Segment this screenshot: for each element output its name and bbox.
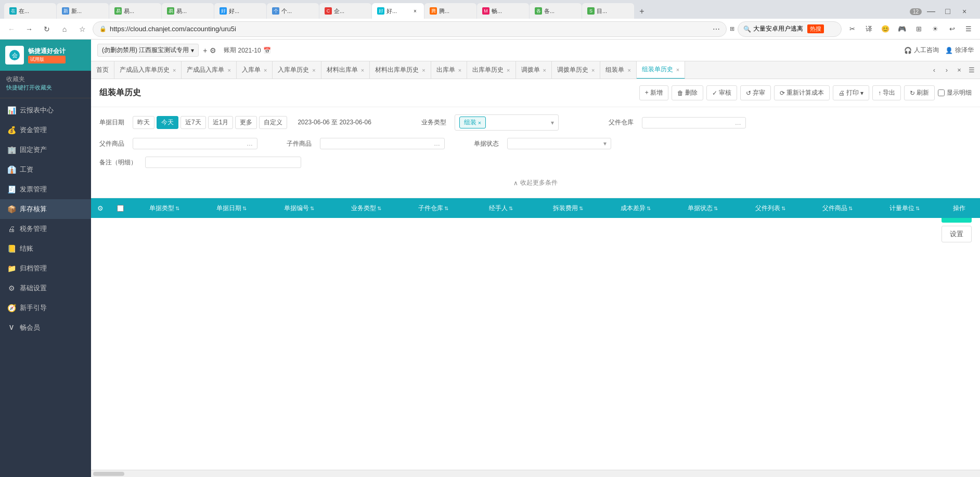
th-cost-diff[interactable]: 成本差异 ⇅: [602, 204, 669, 213]
brightness-icon[interactable]: ☀: [928, 22, 943, 36]
home-button[interactable]: ⌂: [57, 22, 72, 36]
th-bill-no[interactable]: 单据编号 ⇅: [265, 204, 332, 213]
sidebar-item-fixed-assets[interactable]: 🏢 固定资产: [0, 140, 91, 160]
page-tab-11-close[interactable]: ×: [627, 67, 630, 73]
th-unit[interactable]: 计量单位 ⇅: [871, 204, 938, 213]
browser-tab-9[interactable]: 腾 腾...: [424, 3, 476, 19]
undo-icon[interactable]: ↩: [945, 22, 959, 36]
minimize-button[interactable]: —: [924, 4, 938, 19]
table-settings-icon[interactable]: ⚙: [97, 204, 104, 212]
date-btn-yesterday[interactable]: 昨天: [133, 116, 154, 129]
user-button[interactable]: 👤 徐泽华: [945, 46, 974, 55]
address-more-icon[interactable]: ⋯: [713, 25, 720, 33]
tab-more-button[interactable]: ☰: [965, 64, 978, 76]
delete-button[interactable]: 🗑 删除: [672, 85, 703, 100]
scissors-icon[interactable]: ✂: [845, 22, 859, 36]
page-tab-8-close[interactable]: ×: [507, 67, 510, 73]
browser-tab-3[interactable]: 易 易...: [109, 3, 161, 19]
remark-input[interactable]: [145, 157, 301, 168]
back-button[interactable]: ←: [4, 22, 19, 36]
sidebar-item-invoice[interactable]: 🧾 发票管理: [0, 179, 91, 199]
address-bar[interactable]: 🔒 https://cloud.chanjet.com/accounting/u…: [93, 21, 727, 37]
page-tab-7-close[interactable]: ×: [458, 67, 461, 73]
page-tab-9[interactable]: 调拨单 ×: [516, 61, 552, 79]
page-tab-8[interactable]: 出库单历史 ×: [467, 61, 515, 79]
biz-type-tag-remove[interactable]: ×: [478, 120, 481, 126]
browser-tab-11[interactable]: 各 各...: [530, 3, 582, 19]
date-btn-7days[interactable]: 近7天: [180, 116, 206, 129]
sidebar-item-vip[interactable]: V 畅会员: [0, 318, 91, 338]
parent-goods-input[interactable]: …: [133, 138, 257, 149]
th-sub-warehouse[interactable]: 子件仓库 ⇅: [400, 204, 467, 213]
browser-tab-2[interactable]: 新 新...: [57, 3, 109, 19]
page-tab-3-close[interactable]: ×: [264, 67, 267, 73]
page-tab-12[interactable]: 组装单历史 ×: [637, 61, 685, 79]
page-tab-5-close[interactable]: ×: [361, 67, 364, 73]
browser-tab-8[interactable]: 好 好... ×: [372, 3, 424, 19]
refresh-button[interactable]: ↻ 刷新: [904, 85, 935, 100]
horizontal-scrollbar[interactable]: [91, 470, 980, 477]
tab-close-8[interactable]: ×: [411, 7, 419, 15]
th-bill-status[interactable]: 单据状态 ⇅: [669, 204, 736, 213]
browser-search-bar[interactable]: 🔍 大量安卓用户逃离 热搜: [738, 21, 842, 37]
page-tab-10-close[interactable]: ×: [591, 67, 595, 73]
page-tab-12-close[interactable]: ×: [676, 67, 679, 73]
th-bill-date[interactable]: 单据日期 ⇅: [198, 204, 265, 213]
sidebar-item-archive[interactable]: 📁 归档管理: [0, 259, 91, 278]
page-tab-3[interactable]: 入库单 ×: [237, 61, 273, 79]
page-tab-10[interactable]: 调拨单历史 ×: [552, 61, 600, 79]
date-btn-1month[interactable]: 近1月: [208, 116, 234, 129]
sidebar-item-tax[interactable]: 🖨 税务管理: [0, 219, 91, 239]
browser-tab-6[interactable]: 个 个...: [267, 3, 319, 19]
page-tab-4-close[interactable]: ×: [312, 67, 315, 73]
date-btn-today[interactable]: 今天: [157, 116, 178, 129]
page-tab-4[interactable]: 入库单历史 ×: [273, 61, 321, 79]
add-company-icon[interactable]: +: [203, 46, 207, 55]
sub-goods-more-icon[interactable]: …: [434, 140, 440, 147]
th-bill-type[interactable]: 单据类型 ⇅: [131, 204, 198, 213]
th-biz-type[interactable]: 业务类型 ⇅: [332, 204, 399, 213]
sidebar-item-payroll[interactable]: 👔 工资: [0, 160, 91, 179]
parent-warehouse-input[interactable]: …: [642, 117, 746, 128]
refresh-button[interactable]: ↻: [40, 22, 54, 36]
parent-goods-more-icon[interactable]: …: [247, 140, 253, 147]
translate-icon[interactable]: 译: [861, 22, 876, 36]
layout-icon[interactable]: ⊞: [911, 22, 926, 36]
sidebar-item-inventory[interactable]: 📦 库存核算: [0, 199, 91, 219]
company-selector[interactable]: (勿删勿禁用) 江西服宝测试专用 ▾: [97, 44, 199, 57]
th-handler[interactable]: 经手人 ⇅: [467, 204, 534, 213]
biz-type-filter-input[interactable]: 组装 × ▾: [455, 114, 559, 131]
service-button[interactable]: 🎧 人工咨询: [904, 46, 939, 55]
new-tab-button[interactable]: +: [635, 4, 649, 19]
sidebar-item-reports[interactable]: 📊 云报表中心: [0, 100, 91, 120]
show-detail-checkbox[interactable]: 显示明细: [938, 88, 972, 97]
sidebar-item-finance[interactable]: 💰 资金管理: [0, 120, 91, 140]
audit-button[interactable]: ✓ 审核: [706, 85, 737, 100]
sidebar-item-closing[interactable]: 📒 结账: [0, 239, 91, 259]
browser-tab-12[interactable]: S 目...: [582, 3, 634, 19]
browser-tab-4[interactable]: 易 易...: [162, 3, 214, 19]
abandon-button[interactable]: ↺ 弃审: [740, 85, 771, 100]
period-selector[interactable]: 账期 2021-10 📅: [221, 44, 274, 56]
page-tab-home[interactable]: 首页: [91, 61, 114, 79]
th-settings[interactable]: ⚙: [91, 204, 110, 212]
date-btn-custom[interactable]: 自定义: [259, 116, 287, 129]
page-tab-2[interactable]: 产成品入库单 ×: [182, 61, 236, 79]
page-tab-5[interactable]: 材料出库单 ×: [321, 61, 370, 79]
print-button[interactable]: 🖨 打印 ▾: [833, 85, 869, 100]
settings-gear-icon[interactable]: ⚙: [210, 46, 216, 55]
tab-close-all-button[interactable]: ×: [953, 64, 965, 76]
select-all-checkbox[interactable]: [117, 205, 124, 212]
show-detail-input[interactable]: [938, 89, 945, 96]
new-button[interactable]: + 新增: [639, 85, 668, 100]
page-tab-1-close[interactable]: ×: [173, 67, 176, 73]
page-tab-7[interactable]: 出库单 ×: [431, 61, 467, 79]
export-button[interactable]: ↑ 导出: [872, 85, 901, 100]
page-tab-6[interactable]: 材料出库单历史 ×: [370, 61, 431, 79]
collapse-button[interactable]: ∧ 收起更多条件: [99, 175, 972, 190]
th-parent-list[interactable]: 父件列表 ⇅: [737, 204, 804, 213]
forward-button[interactable]: →: [22, 22, 36, 36]
page-tab-6-close[interactable]: ×: [422, 67, 425, 73]
browser-tab-7[interactable]: C 企...: [319, 3, 371, 19]
page-tab-2-close[interactable]: ×: [227, 67, 230, 73]
